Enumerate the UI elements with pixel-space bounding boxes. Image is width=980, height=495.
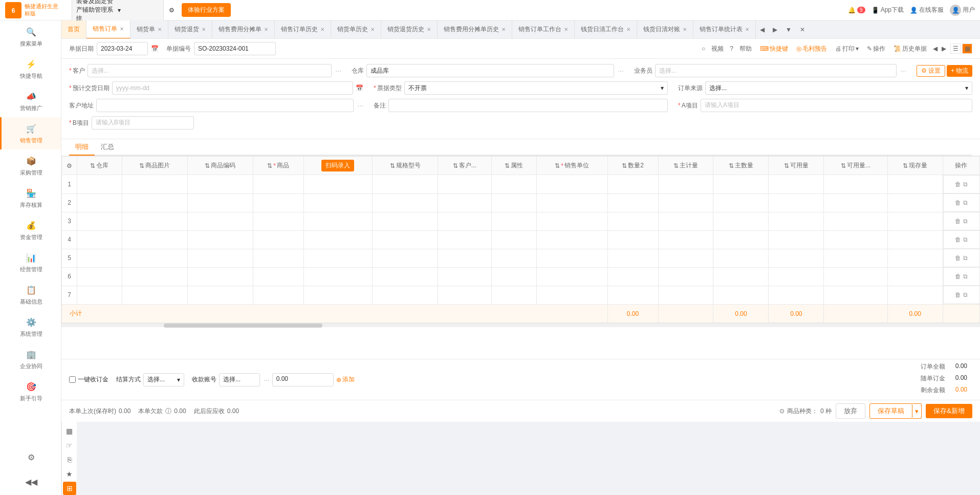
tab-close-sales-goods[interactable]: ✕: [158, 27, 162, 32]
ticket-select[interactable]: 不开票 ▾: [404, 81, 668, 95]
tab-close-sales-stats[interactable]: ✕: [745, 27, 749, 32]
view-btn[interactable]: 视频: [709, 44, 726, 54]
row-copy-5[interactable]: ⧉: [963, 254, 968, 262]
account-select[interactable]: 选择...: [219, 373, 260, 386]
sidebar-item-system[interactable]: ⚙️ 系统管理: [0, 311, 61, 343]
tab-order-workbench[interactable]: 销售订单工作台 ✕: [512, 20, 575, 39]
right-scan-icon-btn[interactable]: ⊞: [63, 482, 76, 495]
customer-input[interactable]: 选择...: [88, 64, 332, 77]
amount-input[interactable]: 0.00: [272, 373, 334, 386]
tab-nav-left[interactable]: ◀: [756, 20, 769, 39]
tab-summary[interactable]: 汇总: [95, 139, 120, 155]
tab-close-sales-history[interactable]: ✕: [320, 27, 324, 32]
save-draft-chevron-btn[interactable]: ▾: [912, 403, 922, 419]
tab-close-sales-return[interactable]: ✕: [202, 27, 206, 32]
discard-button[interactable]: 放弃: [836, 403, 865, 419]
tab-close-fee-history[interactable]: ✕: [502, 27, 506, 32]
right-star-icon-btn[interactable]: ★: [63, 467, 76, 481]
customer-more-btn[interactable]: ···: [335, 67, 341, 75]
tab-cash-reconcile[interactable]: 钱货日清对账 ✕: [637, 20, 693, 39]
th-product[interactable]: ⇅*商品: [253, 157, 303, 175]
sidebar-item-quicknav[interactable]: ⚡ 快捷导航: [0, 53, 61, 85]
th-attr[interactable]: ⇅属性: [491, 157, 536, 175]
tab-goods-history[interactable]: 销货单历史 ✕: [331, 20, 381, 39]
nav-right-icon[interactable]: ▶: [942, 45, 946, 52]
row-copy-2[interactable]: ⧉: [963, 199, 968, 206]
settings-icon[interactable]: ⚙: [166, 7, 177, 14]
scan-button[interactable]: 扫码录入: [321, 160, 354, 171]
app-download-btn[interactable]: 📱 App下载: [872, 6, 904, 14]
sidebar-item-finance[interactable]: 💰 资金管理: [0, 214, 61, 246]
th-available[interactable]: ⇅可用量: [769, 157, 824, 175]
print-btn[interactable]: 🖨 打印 ▾: [833, 44, 861, 54]
tab-return-history[interactable]: 销货退货历史 ✕: [381, 20, 438, 39]
th-customer-code[interactable]: ⇅客户...: [438, 157, 492, 175]
th-qty2[interactable]: ⇅数量2: [607, 157, 658, 175]
row-delete-3[interactable]: 🗑: [955, 218, 961, 225]
staff-input[interactable]: 选择...: [655, 64, 897, 77]
add-logistics-btn[interactable]: + 物流: [947, 65, 972, 77]
tab-sales-fee[interactable]: 销售费用分摊单 ✕: [212, 20, 275, 39]
tab-home[interactable]: 首页: [61, 20, 86, 39]
tab-fee-history[interactable]: 销售费用分摊单历史 ✕: [438, 20, 512, 39]
user-btn[interactable]: 👤 用户: [950, 5, 975, 16]
one-key-checkbox[interactable]: [69, 376, 76, 383]
online-service-btn[interactable]: 👤 在线客服: [910, 6, 944, 14]
list-view-btn[interactable]: ☰: [950, 44, 961, 54]
th-scan[interactable]: 扫码录入: [303, 157, 372, 175]
row-delete-5[interactable]: 🗑: [955, 254, 961, 262]
row-delete-4[interactable]: 🗑: [955, 236, 961, 243]
horizontal-scrollbar[interactable]: [61, 323, 980, 327]
save-new-button[interactable]: 保存&新增: [926, 404, 972, 418]
row-delete-2[interactable]: 🗑: [955, 199, 961, 206]
calendar-icon[interactable]: 📅: [151, 45, 159, 52]
tab-close-cash-reconcile[interactable]: ✕: [683, 27, 687, 32]
sidebar-item-base[interactable]: 📋 基础信息: [0, 278, 61, 311]
profit-btn[interactable]: ◎ 毛利预告: [794, 44, 829, 54]
sidebar-item-marketing[interactable]: 📣 营销推广: [0, 85, 61, 117]
help-btn[interactable]: 帮助: [737, 44, 754, 54]
tab-sales-goods[interactable]: 销货单 ✕: [130, 20, 168, 39]
tab-close-return-history[interactable]: ✕: [427, 27, 431, 32]
right-grid-icon-btn[interactable]: ▦: [63, 424, 76, 438]
sidebar-item-sales[interactable]: 🛒 销售管理: [0, 117, 61, 149]
th-available2[interactable]: ⇅可用量...: [824, 157, 888, 175]
nav-left-icon[interactable]: ◀: [933, 45, 938, 52]
sidebar-collapse[interactable]: ◀◀: [0, 470, 61, 495]
th-settings[interactable]: ⚙: [62, 157, 77, 175]
th-image[interactable]: ⇅商品图片: [122, 157, 187, 175]
project-a-input[interactable]: 请输入A项目: [701, 99, 972, 112]
right-finger-icon-btn[interactable]: ☞: [63, 439, 76, 452]
tab-sales-return[interactable]: 销货退货 ✕: [168, 20, 212, 39]
address-more-btn[interactable]: ···: [357, 101, 363, 110]
th-stock[interactable]: ⇅现存量: [887, 157, 943, 175]
th-main-qty[interactable]: ⇅主数量: [713, 157, 769, 175]
sidebar-item-operations[interactable]: 📊 经营管理: [0, 246, 61, 278]
payment-method-select[interactable]: 选择... ▾: [143, 373, 184, 386]
warehouse-more-btn[interactable]: ···: [618, 67, 624, 75]
notification-btn[interactable]: 🔔 9: [848, 7, 865, 14]
sidebar-item-purchase[interactable]: 📦 采购管理: [0, 149, 61, 182]
sidebar-item-guide[interactable]: 🎯 新手引导: [0, 375, 61, 407]
tab-close-order-workbench[interactable]: ✕: [564, 27, 568, 32]
calendar2-icon[interactable]: 📅: [356, 84, 363, 92]
row-copy-3[interactable]: ⧉: [963, 218, 968, 225]
scrollbar-thumb[interactable]: [164, 324, 322, 328]
row-copy-1[interactable]: ⧉: [963, 181, 968, 188]
tab-detail[interactable]: 明细: [69, 139, 95, 156]
address-input[interactable]: [96, 99, 354, 112]
sidebar-item-search[interactable]: 🔍 搜索菜单: [0, 20, 61, 53]
grid-view-btn[interactable]: ▦: [962, 44, 972, 54]
warehouse-input[interactable]: 成品库: [366, 64, 614, 77]
row-copy-7[interactable]: ⧉: [963, 291, 968, 298]
history-btn[interactable]: 📜 历史单据: [891, 44, 929, 54]
th-warehouse[interactable]: ⇅仓库: [77, 157, 122, 175]
tab-close-cash-workbench[interactable]: ✕: [626, 27, 630, 32]
tab-nav-right[interactable]: ▶: [769, 20, 781, 39]
row-delete-6[interactable]: 🗑: [955, 273, 961, 280]
tab-cash-workbench[interactable]: 钱货日清工作台 ✕: [575, 20, 637, 39]
tab-nav-menu[interactable]: ▼: [781, 20, 796, 39]
th-spec[interactable]: ⇅规格型号: [373, 157, 438, 175]
tab-close-sales-order[interactable]: ✕: [120, 26, 124, 32]
tab-close-goods-history[interactable]: ✕: [371, 27, 375, 32]
